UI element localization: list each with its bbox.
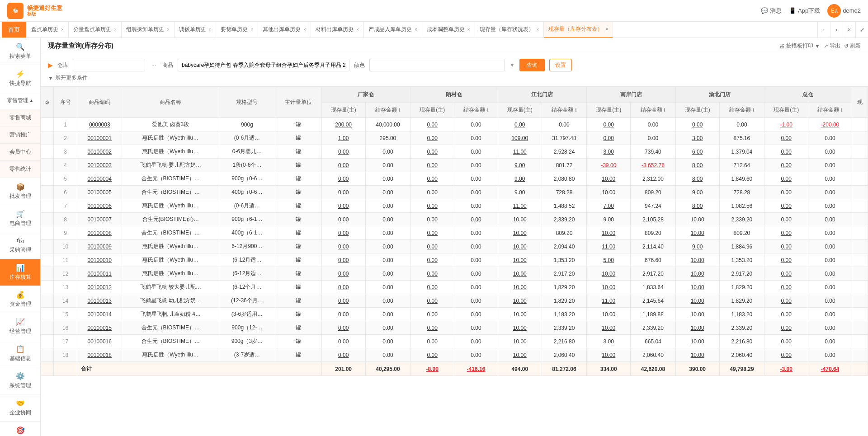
close-icon[interactable]: × xyxy=(356,27,359,32)
search-button[interactable]: 查询 xyxy=(519,59,545,71)
tab-zuzhuang[interactable]: 组装拆卸单历史 × xyxy=(122,22,175,38)
cell-changjia-qty[interactable]: 0.00 xyxy=(321,199,365,213)
cell-yubei-qty[interactable]: 6.00 xyxy=(675,145,719,159)
cell-total-qty[interactable]: 0.00 xyxy=(764,226,808,240)
cell-jiangbei-qty[interactable]: 10.00 xyxy=(498,281,542,294)
cell-total-qty[interactable]: 0.00 xyxy=(764,131,808,145)
cell-changjia-qty[interactable]: 0.00 xyxy=(321,348,365,362)
warehouse-input[interactable] xyxy=(73,59,145,71)
sidebar-item-purchase[interactable]: 🛍 采购管理 xyxy=(0,232,40,259)
cell-changjia-qty[interactable]: 0.00 xyxy=(321,253,365,267)
cell-mucun-qty[interactable]: 0.00 xyxy=(410,253,454,267)
tab-fullscreen-btn[interactable]: ⤢ xyxy=(855,22,868,38)
cell-yubei-qty[interactable]: 8.00 xyxy=(675,199,719,213)
cell-mucun-qty[interactable]: 0.00 xyxy=(410,172,454,186)
cell-total-qty[interactable]: 0.00 xyxy=(764,213,808,226)
sidebar-item-member[interactable]: 会员中心 xyxy=(0,144,40,161)
cell-changjia-qty[interactable]: 0.00 xyxy=(321,294,365,308)
cell-nanan-qty[interactable]: 10.00 xyxy=(587,267,631,281)
cell-code[interactable]: 00100005 xyxy=(77,186,122,199)
sidebar-item-retail-stats[interactable]: 零售统计 xyxy=(0,161,40,178)
tab-fenpan[interactable]: 分量盘点单历史 × xyxy=(69,22,122,38)
cell-total-qty[interactable]: 0.00 xyxy=(764,321,808,335)
sidebar-item-business[interactable]: 📈 经营管理 xyxy=(0,313,40,340)
cell-yubei-qty[interactable]: 9.00 xyxy=(675,186,719,199)
close-icon[interactable]: × xyxy=(250,27,253,32)
cell-jiangbei-qty[interactable]: 10.00 xyxy=(498,308,542,321)
sidebar-item-retail[interactable]: 零售管理 ▲ xyxy=(0,92,40,109)
cell-yubei-qty[interactable]: 10.00 xyxy=(675,294,719,308)
sidebar-item-enterprise[interactable]: 🤝 企业协同 xyxy=(0,394,40,422)
product-input[interactable] xyxy=(178,59,349,71)
tab-yaohuo[interactable]: 要货单历史 × xyxy=(216,22,258,38)
app-download-btn[interactable]: 📱 App下载 xyxy=(789,7,820,15)
sidebar-item-guide[interactable]: 🎯 新手引导 xyxy=(0,422,40,436)
table-area[interactable]: ⚙ 序号 商品编码 商品名称 规格型号 主计量单位 厂家仓 陌村仓 江北门店 南… xyxy=(41,87,868,436)
setting-button[interactable]: 设置 xyxy=(549,59,572,71)
close-icon[interactable]: × xyxy=(114,27,117,32)
cell-yubei-qty[interactable]: 10.00 xyxy=(675,335,719,348)
cell-nanan-qty[interactable]: 0.00 xyxy=(587,118,631,131)
tab-diaobo[interactable]: 调拨单历史 × xyxy=(175,22,217,38)
close-icon[interactable]: × xyxy=(61,27,64,32)
cell-mucun-qty[interactable]: 0.00 xyxy=(410,294,454,308)
tab-prev-btn[interactable]: ‹ xyxy=(817,22,830,38)
cell-yubei-qty[interactable]: 8.00 xyxy=(675,159,719,172)
cell-changjia-qty[interactable]: 0.00 xyxy=(321,159,365,172)
sidebar-item-finance[interactable]: 💰 资金管理 xyxy=(0,286,40,313)
cell-jiangbei-qty[interactable]: 10.00 xyxy=(498,226,542,240)
cell-changjia-qty[interactable]: 0.00 xyxy=(321,267,365,281)
tab-kucun-dist[interactable]: 现存量（库存分布表）× xyxy=(544,22,613,38)
export-btn[interactable]: ↗ 导出 xyxy=(824,42,840,50)
cell-code[interactable]: 00100016 xyxy=(77,335,122,348)
cell-yubei-qty[interactable]: 10.00 xyxy=(675,267,719,281)
cell-code[interactable]: 0000003 xyxy=(77,118,122,131)
sidebar-item-system[interactable]: ⚙️ 系统管理 xyxy=(0,367,40,394)
color-input[interactable] xyxy=(369,59,505,71)
cell-nanan-qty[interactable]: 10.00 xyxy=(587,281,631,294)
cell-mucun-qty[interactable]: 0.00 xyxy=(410,145,454,159)
cell-code[interactable]: 00100007 xyxy=(77,213,122,226)
cell-nanan-qty[interactable]: 9.00 xyxy=(587,213,631,226)
refresh-btn[interactable]: ↺ 刷新 xyxy=(844,42,861,50)
cell-nanan-qty[interactable]: 3.00 xyxy=(587,145,631,159)
cell-total-qty[interactable]: 0.00 xyxy=(764,253,808,267)
cell-code[interactable]: 00100008 xyxy=(77,226,122,240)
cell-jiangbei-qty[interactable]: 10.00 xyxy=(498,335,542,348)
cell-jiangbei-qty[interactable]: 10.00 xyxy=(498,253,542,267)
cell-jiangbei-qty[interactable]: 9.00 xyxy=(498,159,542,172)
cell-total-qty[interactable]: 0.00 xyxy=(764,145,808,159)
sidebar-item-quicknav[interactable]: ⚡ 快捷导航 xyxy=(0,65,40,92)
cell-mucun-qty[interactable]: 0.00 xyxy=(410,348,454,362)
cell-changjia-qty[interactable]: 200.00 xyxy=(321,118,365,131)
cell-nanan-qty[interactable]: 10.00 xyxy=(587,321,631,335)
cell-jiangbei-qty[interactable]: 0.00 xyxy=(498,118,542,131)
cell-code[interactable]: 00100009 xyxy=(77,240,122,253)
cell-mucun-qty[interactable]: 0.00 xyxy=(410,159,454,172)
cell-jiangbei-qty[interactable]: 10.00 xyxy=(498,348,542,362)
cell-code[interactable]: 00100015 xyxy=(77,321,122,335)
cell-mucun-qty[interactable]: 0.00 xyxy=(410,213,454,226)
cell-nanan-qty[interactable]: 10.00 xyxy=(587,226,631,240)
cell-yubei-qty[interactable]: 0.00 xyxy=(675,118,719,131)
cell-total-qty[interactable]: -1.00 xyxy=(764,118,808,131)
color-dropdown-icon[interactable]: ▼ xyxy=(509,62,515,68)
cell-nanan-qty[interactable]: 10.00 xyxy=(587,348,631,362)
cell-total-qty[interactable]: 0.00 xyxy=(764,186,808,199)
cell-total-qty[interactable]: 0.00 xyxy=(764,348,808,362)
cell-nanan-qty[interactable]: 10.00 xyxy=(587,172,631,186)
cell-code[interactable]: 00100013 xyxy=(77,294,122,308)
cell-yubei-qty[interactable]: 10.00 xyxy=(675,308,719,321)
sidebar-item-retail-shop[interactable]: 零售商城 xyxy=(0,109,40,127)
cell-changjia-qty[interactable]: 0.00 xyxy=(321,226,365,240)
close-icon[interactable]: × xyxy=(467,27,470,32)
cell-mucun-qty[interactable]: 0.00 xyxy=(410,267,454,281)
close-icon[interactable]: × xyxy=(415,27,417,32)
sidebar-item-wholesale[interactable]: 📦 批发管理 xyxy=(0,178,40,205)
cell-code[interactable]: 00100012 xyxy=(77,281,122,294)
cell-nanan-qty[interactable]: 11.00 xyxy=(587,294,631,308)
cell-mucun-qty[interactable]: 0.00 xyxy=(410,186,454,199)
tab-home[interactable]: 首页 xyxy=(2,22,27,38)
cell-changjia-qty[interactable]: 1.00 xyxy=(321,131,365,145)
messages-btn[interactable]: 💬 消息 xyxy=(761,7,782,15)
